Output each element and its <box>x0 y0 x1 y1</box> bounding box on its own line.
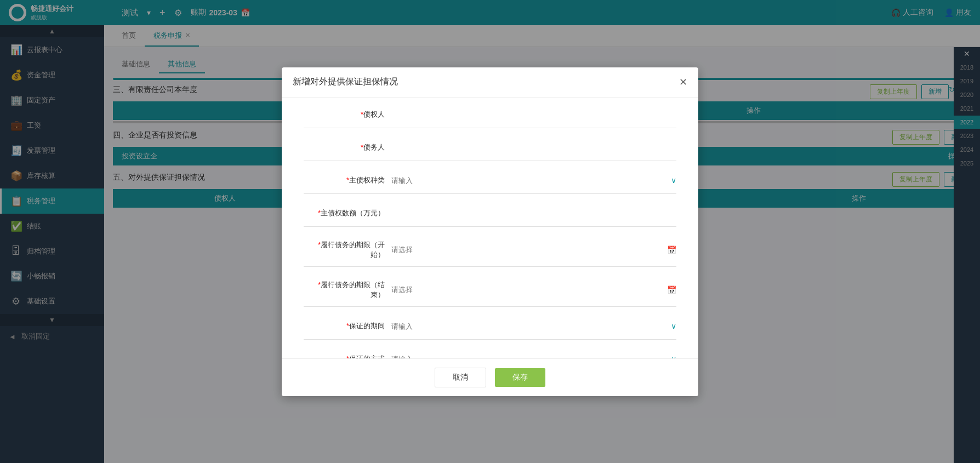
guarantee-method-input[interactable] <box>391 353 671 358</box>
guarantee-period-wrapper: ∨ <box>391 320 676 333</box>
form-label-debt-type: *主债权种类 <box>304 175 391 185</box>
form-label-period-start: *履行债务的期限（开始） <box>304 240 391 260</box>
form-row-debt-amount: *主债权数额（万元） <box>304 207 676 227</box>
period-end-input[interactable] <box>391 283 667 296</box>
debtor-input[interactable] <box>391 141 676 154</box>
dialog-body: *债权人 *债务人 *主债权种类 ∨ <box>282 98 698 358</box>
form-label-creditor: *债权人 <box>304 110 391 119</box>
creditor-input[interactable] <box>391 108 676 121</box>
form-row-period-start: *履行债务的期限（开始） 📅 <box>304 240 676 267</box>
dialog-title: 新增对外提供保证担保情况 <box>293 76 398 88</box>
dialog: 新增对外提供保证担保情况 ✕ *债权人 *债务人 *主债权种类 <box>282 67 698 396</box>
form-label-period-end: *履行债务的期限（结束） <box>304 280 391 300</box>
cancel-button[interactable]: 取消 <box>435 368 486 387</box>
form-row-guarantee-method: *保证的方式 ∨ <box>304 353 676 358</box>
form-label-guarantee-method: *保证的方式 <box>304 354 391 358</box>
period-start-wrapper: 📅 <box>391 243 676 256</box>
form-label-debtor: *债务人 <box>304 142 391 152</box>
period-end-calendar-icon[interactable]: 📅 <box>667 285 676 294</box>
period-end-wrapper: 📅 <box>391 283 676 296</box>
dialog-close-button[interactable]: ✕ <box>679 76 687 88</box>
form-row-creditor: *债权人 <box>304 108 676 128</box>
form-row-debtor: *债务人 <box>304 141 676 161</box>
guarantee-method-wrapper: ∨ <box>391 353 676 358</box>
guarantee-period-input[interactable] <box>391 320 671 333</box>
debt-type-wrapper: ∨ <box>391 174 676 187</box>
form-row-guarantee-period: *保证的期间 ∨ <box>304 320 676 340</box>
debt-amount-input[interactable] <box>391 207 676 220</box>
debt-type-chevron-icon[interactable]: ∨ <box>671 176 676 185</box>
form-label-guarantee-period: *保证的期间 <box>304 321 391 331</box>
dialog-footer: 取消 保存 <box>282 358 698 396</box>
dialog-header: 新增对外提供保证担保情况 ✕ <box>282 67 698 98</box>
modal-overlay: 新增对外提供保证担保情况 ✕ *债权人 *债务人 *主债权种类 <box>0 0 980 463</box>
form-label-debt-amount: *主债权数额（万元） <box>304 208 391 218</box>
form-row-period-end: *履行债务的期限（结束） 📅 <box>304 280 676 307</box>
save-button[interactable]: 保存 <box>495 368 545 387</box>
period-start-calendar-icon[interactable]: 📅 <box>667 245 676 254</box>
guarantee-period-chevron-icon[interactable]: ∨ <box>671 322 676 330</box>
debt-type-input[interactable] <box>391 174 671 187</box>
period-start-input[interactable] <box>391 243 667 256</box>
form-row-debt-type: *主债权种类 ∨ <box>304 174 676 194</box>
